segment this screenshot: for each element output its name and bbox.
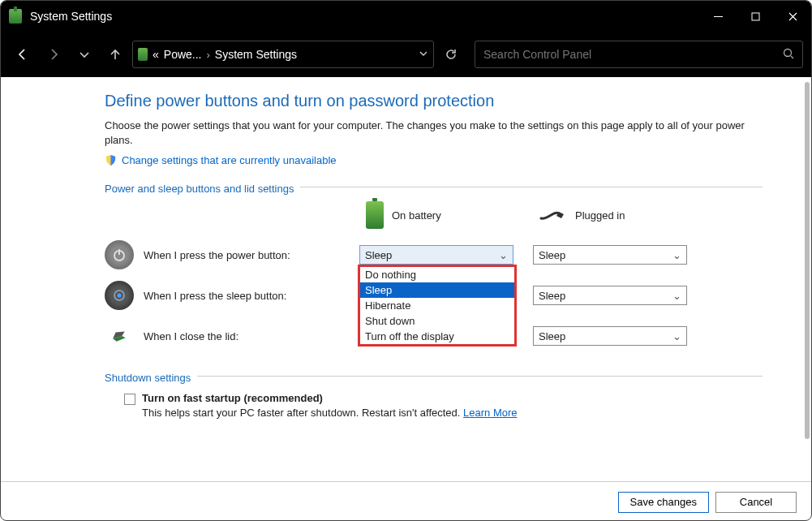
option-shut-down[interactable]: Shut down xyxy=(360,313,514,329)
recent-dropdown[interactable] xyxy=(71,41,98,68)
column-plugged-label: Plugged in xyxy=(575,209,625,222)
row-lid-label: When I close the lid: xyxy=(144,330,238,342)
chevron-down-icon[interactable] xyxy=(419,49,428,61)
back-button[interactable] xyxy=(9,41,37,68)
maximize-button[interactable] xyxy=(737,1,774,32)
page-title: Define power buttons and turn on passwor… xyxy=(105,92,763,110)
breadcrumb-prefix: « xyxy=(153,48,159,61)
chevron-down-icon: ⌄ xyxy=(499,249,508,261)
column-battery-label: On battery xyxy=(392,209,441,222)
dropdown-lid-plugged[interactable]: Sleep ⌄ xyxy=(533,326,687,346)
forward-button[interactable] xyxy=(40,41,67,68)
close-button[interactable] xyxy=(774,1,811,32)
cancel-button[interactable]: Cancel xyxy=(715,492,797,513)
dropdown-sleep-plugged[interactable]: Sleep ⌄ xyxy=(533,286,687,305)
app-icon xyxy=(9,9,22,24)
dropdown-menu: Do nothing Sleep Hibernate Shut down Tur… xyxy=(358,265,517,347)
plug-icon xyxy=(539,209,567,222)
chevron-right-icon: › xyxy=(207,49,210,61)
scrollbar[interactable] xyxy=(805,82,810,439)
dropdown-value: Sleep xyxy=(365,249,392,261)
minimize-button[interactable] xyxy=(699,1,737,32)
address-bar[interactable]: « Powe... › System Settings xyxy=(132,41,434,68)
svg-rect-0 xyxy=(752,13,759,20)
option-sleep[interactable]: Sleep xyxy=(360,282,514,298)
shield-icon xyxy=(105,154,117,166)
row-power-label: When I press the power button: xyxy=(144,249,290,261)
fast-startup-checkbox[interactable] xyxy=(124,394,135,405)
footer: Save changes Cancel xyxy=(1,481,811,521)
svg-point-1 xyxy=(784,49,792,56)
fast-startup-help: This helps start your PC faster after sh… xyxy=(142,407,463,419)
refresh-button[interactable] xyxy=(437,41,465,68)
dropdown-power-plugged[interactable]: Sleep ⌄ xyxy=(533,245,687,265)
row-sleep-label: When I press the sleep button: xyxy=(144,290,286,302)
title-bar: System Settings xyxy=(1,1,811,32)
chevron-down-icon: ⌄ xyxy=(672,330,681,342)
section-shutdown: Shutdown settings xyxy=(105,372,191,384)
option-turn-off-display[interactable]: Turn off the display xyxy=(360,329,514,344)
dropdown-value: Sleep xyxy=(539,330,565,342)
breadcrumb-part1[interactable]: Powe... xyxy=(164,48,202,61)
chevron-down-icon: ⌄ xyxy=(672,249,681,261)
up-button[interactable] xyxy=(101,41,129,68)
dropdown-power-battery[interactable]: Sleep ⌄ Do nothing Sleep Hibernate Shut … xyxy=(359,245,513,265)
learn-more-link[interactable]: Learn More xyxy=(463,407,517,419)
dropdown-value: Sleep xyxy=(539,290,565,302)
search-icon[interactable] xyxy=(783,48,794,62)
lid-icon xyxy=(105,321,134,351)
column-on-battery: On battery xyxy=(359,201,441,229)
section-buttons-lid: Power and sleep buttons and lid settings xyxy=(105,183,294,195)
window-title: System Settings xyxy=(30,10,699,23)
chevron-down-icon: ⌄ xyxy=(672,290,681,302)
change-settings-link[interactable]: Change settings that are currently unava… xyxy=(122,154,337,166)
nav-toolbar: « Powe... › System Settings xyxy=(1,32,811,77)
battery-icon xyxy=(366,201,384,229)
power-button-icon xyxy=(105,240,134,269)
sleep-button-icon xyxy=(105,281,134,310)
search-input[interactable] xyxy=(483,48,783,61)
divider xyxy=(300,187,763,187)
svg-point-4 xyxy=(118,294,122,298)
column-plugged-in: Plugged in xyxy=(533,209,625,222)
search-box[interactable] xyxy=(475,41,803,68)
dropdown-value: Sleep xyxy=(539,249,565,261)
fast-startup-label: Turn on fast startup (recommended) xyxy=(142,392,323,404)
battery-icon xyxy=(138,48,148,61)
save-button[interactable]: Save changes xyxy=(618,492,709,513)
breadcrumb-part2[interactable]: System Settings xyxy=(215,48,297,61)
option-do-nothing[interactable]: Do nothing xyxy=(360,267,514,282)
option-hibernate[interactable]: Hibernate xyxy=(360,298,514,313)
content-pane: Define power buttons and turn on passwor… xyxy=(1,77,811,427)
page-description: Choose the power settings that you want … xyxy=(105,118,763,148)
divider xyxy=(197,376,763,377)
